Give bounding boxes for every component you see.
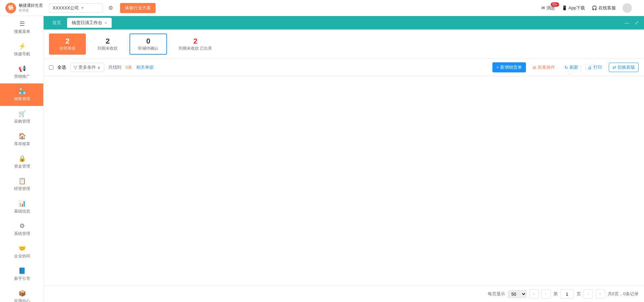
content-area: 首页 钱货日清工作台 ✕ — ⤢ 2 全部单据 2	[44, 16, 644, 302]
sidebar-label-inventory: 库存核算	[14, 141, 30, 147]
sidebar-item-guide[interactable]: 📘 新手引导	[0, 263, 43, 286]
page-number-input[interactable]	[560, 289, 574, 299]
settings-button[interactable]: ⚙	[105, 3, 116, 13]
app-center-icon: 📦	[18, 290, 26, 297]
stat-wangpu[interactable]: 0 旺铺待确认	[129, 34, 167, 55]
stat-all-label: 全部单据	[59, 46, 75, 51]
logo-icon: 畅	[5, 3, 16, 13]
related-link[interactable]: 相关单据	[136, 64, 154, 70]
tab-minimize-button[interactable]: —	[623, 19, 631, 27]
tab-home[interactable]: 首页	[48, 18, 66, 28]
refresh-icon: ↻	[565, 65, 568, 70]
sidebar-item-system[interactable]: ⚙ 系统管理	[0, 218, 43, 241]
tab-maximize-button[interactable]: ⤢	[633, 19, 640, 27]
sidebar-label-sales: 销售管理	[14, 96, 30, 102]
stat-overdue-unpaid[interactable]: 2 到期未收款	[89, 34, 126, 55]
table-area	[44, 76, 644, 286]
company-selector[interactable]: XXXXXX公司 ▼	[49, 3, 103, 13]
first-page-button[interactable]: «	[529, 289, 539, 299]
prev-page-button[interactable]: ‹	[541, 289, 551, 299]
sidebar: ☰ 搜索菜单 ⚡ 快捷导航 📢 营销推广 🏪 销售管理 🛒 采购管理 🏠 库存核…	[0, 16, 44, 302]
tab-close-icon[interactable]: ✕	[104, 21, 107, 25]
sidebar-item-sales[interactable]: 🏪 销售管理	[0, 83, 43, 106]
sidebar-label-search-menu: 搜索菜单	[14, 29, 30, 35]
batch-button[interactable]: ⊞ 批量操作	[530, 63, 558, 72]
tab-actions: — ⤢	[623, 19, 640, 27]
sidebar-item-enterprise[interactable]: 🤝 企业协同	[0, 241, 43, 263]
sidebar-item-finance[interactable]: 🔒 资金管理	[0, 151, 43, 173]
next-page-button[interactable]: ›	[584, 289, 593, 299]
message-button[interactable]: ✉ 消息 99+	[541, 5, 555, 11]
stat-overdue-shipped[interactable]: 2 到期未收款 已出库	[170, 34, 221, 55]
stat-overdue-unpaid-num: 2	[106, 37, 110, 46]
purchase-icon: 🛒	[18, 110, 26, 117]
guide-icon: 📘	[18, 267, 26, 275]
print-button[interactable]: 🖨 打印	[585, 63, 605, 72]
company-name: XXXXXX公司	[53, 5, 79, 11]
stat-divider-2	[128, 38, 128, 51]
logo-area: 畅 畅捷通好生意 标准版	[5, 3, 49, 13]
switch-label: 切换新版	[618, 64, 635, 70]
sidebar-item-search-menu[interactable]: ☰ 搜索菜单	[0, 16, 43, 39]
app-download-button[interactable]: 📱 App下载	[562, 5, 585, 11]
sidebar-item-operations[interactable]: 📋 经营管理	[0, 173, 43, 196]
filter-button[interactable]: ▽ 更多条件 ∨	[70, 63, 104, 72]
logo-text: 畅捷通好生意	[19, 3, 43, 8]
tab-bar: 首页 钱货日清工作台 ✕ — ⤢	[44, 16, 644, 29]
sidebar-item-inventory[interactable]: 🏠 库存核算	[0, 128, 43, 151]
refresh-label: 刷新	[570, 64, 578, 70]
quick-nav-icon: ⚡	[18, 43, 26, 50]
found-count: 0条	[125, 64, 132, 70]
sidebar-item-purchase[interactable]: 🛒 采购管理	[0, 106, 43, 128]
switch-version-button[interactable]: ⇄ 切换新版	[609, 63, 639, 72]
current-page-prefix: 第	[553, 291, 558, 297]
stat-overdue-unpaid-label: 到期未收款	[98, 46, 118, 51]
stat-overdue-shipped-label: 到期未收款 已出库	[179, 46, 212, 51]
add-sales-button[interactable]: + 新增销货单	[492, 62, 526, 72]
message-badge: 99+	[551, 2, 559, 7]
marketing-icon: 📢	[18, 65, 26, 72]
stat-divider-1	[87, 38, 88, 51]
sidebar-item-app-center[interactable]: 📦 应用中心	[0, 286, 43, 302]
sidebar-label-quick-nav: 快捷导航	[14, 51, 30, 57]
main-layout: ☰ 搜索菜单 ⚡ 快捷导航 📢 营销推广 🏪 销售管理 🛒 采购管理 🏠 库存核…	[0, 16, 644, 302]
app-download-label: App下载	[569, 5, 585, 11]
page-suffix: 页	[577, 291, 581, 297]
sidebar-item-quick-nav[interactable]: ⚡ 快捷导航	[0, 39, 43, 61]
search-menu-icon: ☰	[19, 20, 25, 27]
stat-wangpu-num: 0	[146, 37, 150, 46]
experience-button[interactable]: 体验行业方案	[120, 3, 156, 13]
header-right: ✉ 消息 99+ 📱 App下载 🎧 在线客服	[541, 3, 639, 13]
stat-all[interactable]: 2 全部单据	[49, 34, 86, 55]
found-prefix: 共找到	[108, 64, 121, 70]
refresh-button[interactable]: ↻ 刷新	[562, 63, 581, 72]
stats-row: 2 全部单据 2 到期未收款 0 旺铺待确认 2 到期未收款 已出库	[44, 29, 644, 59]
tab-cash-goods-label: 钱货日清工作台	[72, 20, 102, 26]
sidebar-label-system: 系统管理	[14, 231, 30, 237]
toolbar-right: + 新增销货单 ⊞ 批量操作 ↻ 刷新 🖨 打印 ⇄	[492, 62, 639, 72]
sidebar-label-basic-info: 基础信息	[14, 208, 30, 214]
sidebar-item-marketing[interactable]: 📢 营销推广	[0, 61, 43, 83]
sidebar-label-guide: 新手引导	[14, 276, 30, 282]
dropdown-arrow-icon: ▼	[81, 6, 84, 10]
page-content: 2 全部单据 2 到期未收款 0 旺铺待确认 2 到期未收款 已出库	[44, 29, 644, 302]
select-all-checkbox[interactable]	[49, 65, 53, 70]
online-service-button[interactable]: 🎧 在线客服	[592, 5, 616, 11]
operations-icon: 📋	[18, 177, 26, 185]
sidebar-label-purchase: 采购管理	[14, 119, 30, 124]
avatar[interactable]	[623, 3, 632, 13]
last-page-button[interactable]: »	[596, 289, 605, 299]
per-page-select[interactable]: 50 10 20 100	[508, 290, 527, 298]
sales-icon: 🏪	[18, 87, 26, 95]
switch-icon: ⇄	[612, 65, 616, 70]
batch-icon: ⊞	[533, 65, 536, 70]
filter-arrow-icon: ∨	[97, 65, 101, 70]
sidebar-item-basic-info[interactable]: 📊 基础信息	[0, 196, 43, 218]
batch-label: 批量操作	[538, 64, 555, 70]
inventory-icon: 🏠	[18, 132, 26, 140]
tab-home-label: 首页	[52, 20, 61, 26]
logo-sub: 标准版	[19, 8, 43, 13]
system-icon: ⚙	[19, 222, 25, 230]
tab-cash-goods[interactable]: 钱货日清工作台 ✕	[67, 18, 112, 28]
enterprise-icon: 🤝	[18, 245, 26, 252]
